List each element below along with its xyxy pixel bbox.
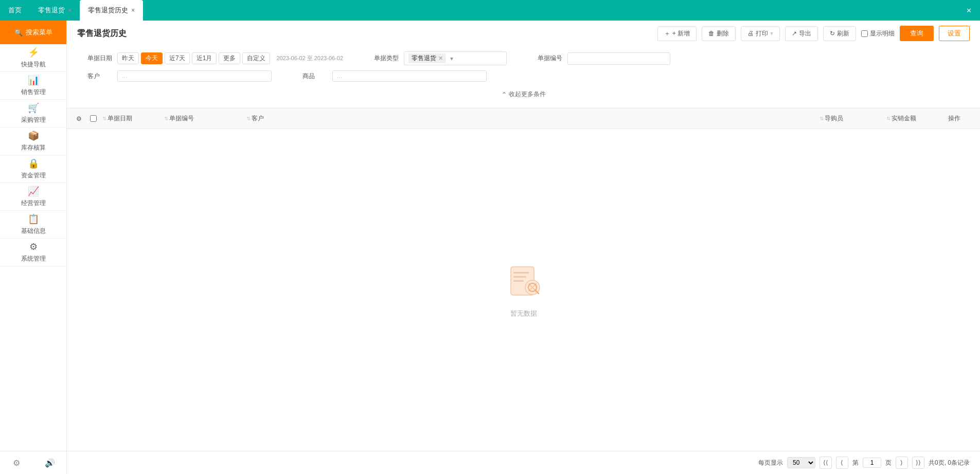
operation-icon: 📈	[28, 186, 39, 197]
sales-icon: 📊	[28, 75, 39, 86]
th-date: ⇅ 单据日期	[98, 114, 160, 123]
tab-retail-return-close[interactable]: ×	[68, 7, 72, 14]
tab-retail-return-label: 零售退货	[38, 6, 65, 15]
svg-rect-1	[513, 272, 529, 274]
date-btn-last7[interactable]: 近7天	[165, 52, 190, 64]
date-filter-label: 单据日期	[87, 54, 113, 63]
sidebar-item-system[interactable]: ⚙ 系统管理	[0, 239, 66, 266]
sidebar-item-system-label: 系统管理	[21, 254, 46, 263]
goods-placeholder: ...	[337, 72, 342, 80]
sort-customer-icon[interactable]: ⇅	[246, 116, 251, 121]
collapse-bar[interactable]: ⌃ 收起更多条件	[87, 87, 959, 103]
delete-label: 删除	[717, 29, 729, 38]
last-page-btn[interactable]: ⟩⟩	[912, 457, 924, 469]
settings-button[interactable]: 设置	[939, 26, 970, 41]
total-info: 共0页, 0条记录	[929, 459, 970, 467]
bill-type-dropdown-icon: ▾	[450, 55, 453, 62]
refresh-button[interactable]: ↻ 刷新	[823, 26, 856, 41]
sort-guide-icon[interactable]: ⇅	[819, 116, 824, 121]
sort-bill-icon[interactable]: ⇅	[164, 116, 168, 121]
page-label: 页	[885, 459, 892, 467]
sidebar-item-inventory[interactable]: 📦 库存核算	[0, 127, 66, 155]
collapse-label: 收起更多条件	[509, 90, 546, 99]
settings-icon: ⚙	[13, 458, 20, 468]
goods-label: 商品	[302, 72, 328, 81]
sidebar-item-operation[interactable]: 📈 经营管理	[0, 183, 66, 211]
date-btn-custom[interactable]: 自定义	[242, 52, 270, 64]
empty-text: 暂无数据	[510, 309, 537, 318]
th-guide-label: 导购员	[825, 114, 843, 123]
date-btn-yesterday[interactable]: 昨天	[117, 52, 139, 64]
top-nav: 首页 零售退货 × 零售退货历史 × ✕	[0, 0, 980, 21]
gear-icon: ⚙	[76, 115, 82, 122]
th-bill-no: ⇅ 单据编号	[160, 114, 242, 123]
table-header: ⚙ ⇅ 单据日期 ⇅ 单据编号 ⇅ 客户 ⇅	[67, 108, 980, 129]
bill-type-label: 单据类型	[374, 54, 400, 63]
show-detail-label: 显示明细	[870, 29, 895, 38]
filter-row-2: 客户 ... 商品 ...	[87, 70, 959, 82]
empty-illustration	[503, 262, 544, 303]
date-btn-today[interactable]: 今天	[141, 52, 163, 64]
sidebar-bottom: ⚙ 🔊	[0, 451, 66, 474]
date-range-text: 2023-06-02 至 2023-06-02	[276, 54, 343, 62]
customer-placeholder: ...	[122, 72, 127, 80]
tab-retail-return[interactable]: 零售退货 ×	[30, 0, 80, 21]
sort-amount-icon[interactable]: ⇅	[886, 116, 890, 121]
filter-bill-type: 单据类型 零售退货 ✕ ▾	[374, 51, 507, 65]
settings-btn[interactable]: ⚙	[0, 451, 33, 474]
sidebar-item-basic[interactable]: 📋 基础信息	[0, 211, 66, 239]
search-icon: 🔍	[14, 29, 23, 37]
print-button[interactable]: 🖨 打印 ▾	[741, 26, 780, 41]
page-label-prefix: 第	[852, 459, 859, 467]
table-wrap: ⚙ ⇅ 单据日期 ⇅ 单据编号 ⇅ 客户 ⇅	[67, 108, 980, 451]
first-page-btn[interactable]: ⟨⟨	[819, 457, 832, 469]
window-close-btn[interactable]: ✕	[966, 7, 980, 14]
th-checkbox[interactable]	[86, 115, 98, 122]
page-header: 零售退货历史 ＋ + 新增 🗑 删除 🖨 打印 ▾	[67, 21, 980, 108]
th-amount-label: 实销金额	[892, 114, 916, 123]
export-icon: ↗	[792, 30, 797, 37]
show-detail-checkbox-label[interactable]: 显示明细	[861, 29, 895, 38]
query-button[interactable]: 查询	[900, 26, 934, 41]
date-btn-last1month[interactable]: 近1月	[192, 52, 217, 64]
sidebar: 🔍 搜索菜单 ⚡ 快捷导航 📊 销售管理 🛒 采购管理 📦 库存核算 🔒 资金管…	[0, 21, 67, 474]
customer-input[interactable]: ...	[117, 70, 272, 82]
sidebar-item-sales-label: 销售管理	[21, 88, 46, 97]
page-actions: ＋ + 新增 🗑 删除 🖨 打印 ▾ ↗ 导出	[657, 26, 970, 41]
next-page-btn[interactable]: ⟩	[896, 457, 908, 469]
audio-btn[interactable]: 🔊	[33, 451, 67, 474]
delete-icon: 🗑	[708, 30, 715, 37]
show-detail-checkbox[interactable]	[861, 30, 868, 37]
main-layout: 🔍 搜索菜单 ⚡ 快捷导航 📊 销售管理 🛒 采购管理 📦 库存核算 🔒 资金管…	[0, 21, 980, 474]
bill-type-tag-label: 零售退货	[412, 54, 436, 63]
sidebar-item-finance[interactable]: 🔒 资金管理	[0, 155, 66, 183]
bill-type-input[interactable]: 零售退货 ✕ ▾	[404, 51, 507, 65]
sidebar-item-sales[interactable]: 📊 销售管理	[0, 72, 66, 100]
goods-input[interactable]: ...	[332, 70, 487, 82]
sidebar-search[interactable]: 🔍 搜索菜单	[0, 21, 66, 44]
th-customer: ⇅ 客户	[242, 114, 815, 123]
sidebar-item-quick-nav[interactable]: ⚡ 快捷导航	[0, 44, 66, 72]
tab-retail-return-history[interactable]: 零售退货历史 ×	[80, 0, 143, 21]
page-size-select[interactable]: 20 50 100	[787, 457, 815, 468]
tab-retail-return-history-close[interactable]: ×	[131, 7, 135, 14]
th-settings[interactable]: ⚙	[72, 115, 86, 122]
date-btn-more[interactable]: 更多	[219, 52, 240, 64]
page-number-input[interactable]	[863, 458, 881, 468]
sidebar-search-label: 搜索菜单	[26, 28, 52, 37]
customer-label: 客户	[87, 72, 113, 81]
add-label: + 新增	[672, 29, 690, 38]
print-label: 打印	[756, 29, 768, 38]
svg-rect-3	[513, 280, 524, 282]
export-button[interactable]: ↗ 导出	[785, 26, 818, 41]
tab-home[interactable]: 首页	[0, 0, 30, 21]
sort-date-icon[interactable]: ⇅	[102, 116, 106, 121]
sidebar-item-purchase[interactable]: 🛒 采购管理	[0, 100, 66, 127]
finance-icon: 🔒	[28, 158, 39, 169]
select-all-checkbox[interactable]	[90, 115, 97, 122]
delete-button[interactable]: 🗑 删除	[702, 26, 736, 41]
bill-no-input[interactable]	[567, 52, 670, 65]
add-button[interactable]: ＋ + 新增	[657, 26, 697, 41]
prev-page-btn[interactable]: ⟨	[836, 457, 848, 469]
bill-type-tag-close[interactable]: ✕	[438, 55, 443, 62]
